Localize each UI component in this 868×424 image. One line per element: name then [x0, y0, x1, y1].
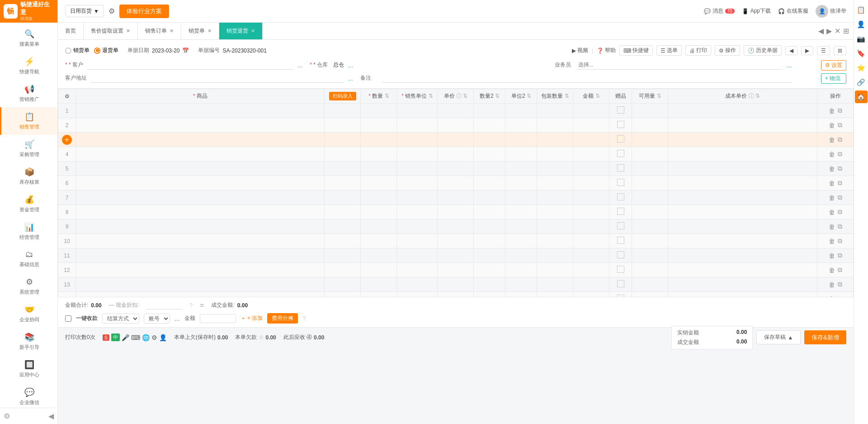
sidebar-settings-icon[interactable]: ⚙ [4, 412, 10, 420]
tab-close-sales-return[interactable]: ✕ [251, 28, 255, 34]
customer-more-btn[interactable]: ... [297, 62, 303, 69]
staff-input[interactable] [576, 60, 783, 70]
sidebar-item-newbie[interactable]: 📚 新手引导 [0, 328, 57, 355]
gift-checkbox-11[interactable] [617, 251, 624, 258]
fee-split-button[interactable]: 费用分摊 [267, 313, 298, 324]
address-input[interactable] [90, 73, 344, 83]
gift-checkbox-4[interactable] [617, 150, 624, 157]
del-btn-1[interactable]: 🗑 [829, 107, 835, 114]
sidebar-item-wechat[interactable]: 💬 企业微信 [0, 383, 57, 408]
page-next-btn[interactable]: ▶ [801, 46, 813, 55]
help-btn[interactable]: ❓ 帮助 [597, 47, 616, 54]
gift-checkbox-7[interactable] [617, 193, 624, 200]
amount-input[interactable] [200, 314, 236, 323]
video-btn[interactable]: ▶ 视频 [572, 47, 588, 54]
right-panel-star-icon[interactable]: ⭐ [855, 62, 868, 74]
topbar-gear-icon[interactable]: ⚙ [108, 7, 115, 15]
customer-input[interactable] [87, 60, 294, 70]
sidebar-item-sales[interactable]: 📋 销售管理 [0, 107, 57, 135]
sort-price-icon[interactable]: ⇅ [463, 93, 467, 99]
history-btn[interactable]: 🕐 历史单据 [744, 45, 782, 56]
gift-checkbox-5[interactable] [617, 164, 624, 172]
sidebar-collapse-icon[interactable]: ◀ [48, 412, 54, 420]
right-panel-link-icon[interactable]: 🔗 [855, 76, 868, 89]
calendar-icon[interactable]: 📅 [182, 48, 189, 54]
del-btn-7[interactable]: 🗑 [829, 194, 835, 201]
tab-close-sales-order[interactable]: ✕ [170, 28, 174, 34]
sort-unit2-icon[interactable]: ⇅ [527, 93, 531, 99]
copy-btn-13[interactable]: ⧉ [838, 281, 842, 288]
product-input-3[interactable] [80, 137, 321, 143]
copy-btn-3[interactable]: ⧉ [838, 136, 842, 143]
notification-item[interactable]: 💬 消息 70 [704, 7, 735, 15]
del-btn-2[interactable]: 🗑 [829, 122, 835, 129]
discount-input[interactable] [146, 301, 182, 310]
sidebar-item-marketing[interactable]: 📢 营销推广 [0, 80, 57, 107]
col-gear[interactable]: ⚙ [58, 89, 76, 104]
right-panel-doc-icon[interactable]: 📋 [855, 4, 868, 16]
copy-btn-7[interactable]: ⧉ [838, 194, 842, 201]
copy-btn-6[interactable]: ⧉ [838, 179, 842, 187]
gift-checkbox-3[interactable] [617, 135, 624, 143]
account-select[interactable]: 账号 [144, 314, 170, 324]
operate-btn[interactable]: ⚙ 操作 [715, 45, 740, 56]
view-list-btn[interactable]: ☰ [817, 46, 830, 55]
tab-sales-order[interactable]: 销售订单 ✕ [138, 23, 181, 39]
del-btn-5[interactable]: 🗑 [829, 165, 835, 172]
scan-button[interactable]: 扫码录入 [329, 92, 356, 100]
gift-checkbox-10[interactable] [617, 237, 624, 244]
right-panel-home-icon[interactable]: 🏠 [855, 91, 868, 103]
gift-checkbox-6[interactable] [617, 179, 624, 186]
user-profile-item[interactable]: 👤 徐泽华 [816, 5, 846, 18]
sidebar-item-system[interactable]: ⚙ 系统管理 [0, 272, 57, 300]
del-btn-10[interactable]: 🗑 [829, 238, 835, 245]
account-more-btn[interactable]: ... [175, 315, 180, 322]
save-draft-button[interactable]: 保存草稿 ▲ [756, 330, 801, 344]
tab-close-sales-delivery[interactable]: ✕ [208, 28, 212, 34]
staff-more-btn[interactable]: ... [787, 62, 792, 69]
tab-sales-delivery[interactable]: 销货单 ✕ [181, 23, 219, 39]
del-btn-4[interactable]: 🗑 [829, 151, 835, 158]
copy-btn-12[interactable]: ⧉ [838, 266, 842, 274]
tab-sales-return[interactable]: 销货退货 ✕ [219, 23, 263, 39]
sidebar-item-finance[interactable]: 💰 资金管理 [0, 190, 57, 218]
sidebar-item-search[interactable]: 🔍 搜索菜单 [0, 24, 57, 52]
tab-close-all-icon[interactable]: ✕ [835, 27, 840, 35]
sort-packqty-icon[interactable]: ⇅ [565, 93, 569, 99]
tab-close-price-setting[interactable]: ✕ [126, 28, 130, 34]
copy-btn-2[interactable]: ⧉ [838, 121, 842, 129]
sort-unit-icon[interactable]: ⇅ [429, 93, 433, 99]
right-panel-tag-icon[interactable]: 🔖 [855, 47, 868, 60]
save-new-button[interactable]: 保存&新增 [804, 330, 846, 344]
sidebar-item-quick[interactable]: ⚡ 快捷导航 [0, 52, 57, 80]
copy-btn-11[interactable]: ⧉ [838, 252, 842, 259]
print-btn[interactable]: 🖨 打印 [685, 45, 711, 56]
gift-checkbox-2[interactable] [617, 121, 624, 128]
del-btn-8[interactable]: 🗑 [829, 209, 835, 216]
right-panel-camera-icon[interactable]: 📷 [855, 33, 868, 45]
tab-home[interactable]: 首页 [58, 23, 84, 39]
remark-input[interactable] [382, 73, 792, 83]
trial-button[interactable]: 体验行业方案 [119, 5, 169, 18]
del-btn-12[interactable]: 🗑 [829, 267, 835, 274]
tab-grid-icon[interactable]: ⊞ [843, 27, 849, 35]
add-payment-btn[interactable]: ＋ + 添加 [241, 314, 263, 322]
sort-avail-icon[interactable]: ⇅ [657, 93, 661, 99]
select-order-btn[interactable]: ☰ 选单 [656, 45, 682, 56]
del-btn-6[interactable]: 🗑 [829, 180, 835, 187]
app-download-item[interactable]: 📱 App下载 [742, 7, 771, 15]
address-more-btn[interactable]: ... [348, 75, 353, 82]
sort-qty-icon[interactable]: ⇅ [385, 93, 389, 99]
logistics-btn[interactable]: + 物流 [821, 73, 846, 84]
del-btn-9[interactable]: 🗑 [829, 223, 835, 230]
copy-btn-10[interactable]: ⧉ [838, 237, 842, 245]
gift-checkbox-8[interactable] [617, 208, 624, 215]
gift-checkbox-13[interactable] [617, 280, 624, 287]
del-btn-3[interactable]: 🗑 [829, 136, 835, 143]
tab-prev-icon[interactable]: ◀ [818, 27, 824, 35]
setting-btn[interactable]: ⚙ 设置 [821, 60, 846, 71]
right-panel-user-icon[interactable]: 👤 [855, 18, 868, 31]
copy-btn-5[interactable]: ⧉ [838, 165, 842, 172]
copy-btn-9[interactable]: ⧉ [838, 223, 842, 230]
copy-btn-1[interactable]: ⧉ [838, 107, 842, 114]
